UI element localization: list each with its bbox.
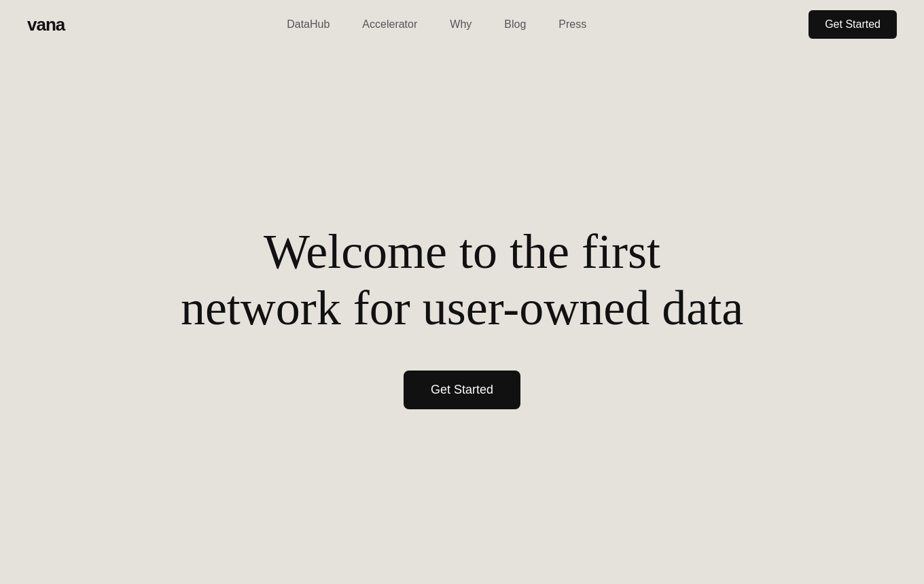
nav-item-press[interactable]: Press (558, 18, 586, 31)
nav-item-datahub[interactable]: DataHub (287, 18, 330, 31)
hero-section: Welcome to the first network for user-ow… (0, 0, 924, 584)
hero-title-line2: network for user-owned data (181, 281, 743, 335)
hero-get-started-button[interactable]: Get Started (404, 371, 520, 409)
nav-link-why[interactable]: Why (450, 18, 472, 30)
nav-link-datahub[interactable]: DataHub (287, 18, 330, 30)
navbar: vana DataHub Accelerator Why Blog Press … (0, 0, 924, 49)
hero-title: Welcome to the first network for user-ow… (181, 224, 743, 337)
nav-link-press[interactable]: Press (558, 18, 586, 30)
nav-item-why[interactable]: Why (450, 18, 472, 31)
logo[interactable]: vana (27, 14, 65, 35)
nav-link-accelerator[interactable]: Accelerator (362, 18, 417, 30)
hero-title-line1: Welcome to the first (264, 224, 660, 279)
nav-link-blog[interactable]: Blog (504, 18, 526, 30)
nav-links: DataHub Accelerator Why Blog Press (287, 18, 586, 31)
nav-item-accelerator[interactable]: Accelerator (362, 18, 417, 31)
nav-get-started-button[interactable]: Get Started (808, 10, 897, 39)
nav-item-blog[interactable]: Blog (504, 18, 526, 31)
